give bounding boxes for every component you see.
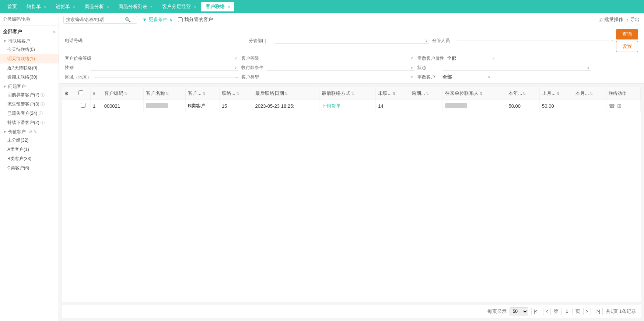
call-icon[interactable]: ☎ <box>609 103 615 109</box>
export-label: 导出 <box>630 16 640 23</box>
payment-arrow-icon: ∨ <box>410 66 413 70</box>
close-product-list-icon[interactable]: × <box>150 4 153 9</box>
col-code: 客户编码 ⇅ <box>102 87 144 100</box>
nav-customer-contact[interactable]: 客户联络 × <box>201 2 234 11</box>
nav-product-analysis[interactable]: 商品分析 × <box>80 2 113 11</box>
sidebar-item-7days[interactable]: 近7天待联络(0) <box>0 63 59 73</box>
more-filter-btn[interactable]: ▼ 更多条件 ∧ <box>140 15 175 24</box>
close-contact-icon[interactable]: × <box>228 4 230 9</box>
sidebar-item-lost-warning[interactable]: 流失预警客户(3) ⓘ <box>0 100 59 109</box>
nav-product-analysis-list[interactable]: 商品分析列表 × <box>114 2 157 11</box>
col-last-date-sort[interactable]: 最后联络日期 ⇅ <box>255 90 288 97</box>
sort-thismonth-icon: ⇅ <box>590 92 593 96</box>
sidebar-item-overdue[interactable]: 逾期未联络(30) <box>0 73 59 82</box>
sidebar-collapse-icon[interactable]: « <box>53 29 56 34</box>
sidebar-item-declining[interactable]: 持续下滑客户(2) ⓘ <box>0 118 59 127</box>
my-customers-checkbox[interactable] <box>178 17 183 22</box>
export-btn[interactable]: ↑ 导出 <box>626 16 640 23</box>
main-search-input[interactable] <box>66 17 125 22</box>
nav-customer-segment[interactable]: 客户分层经营 × <box>158 2 200 11</box>
col-contact-person: 往来单位联系人 ⇅ <box>442 87 506 100</box>
select-all-checkbox[interactable] <box>78 90 83 95</box>
filter-gender-select[interactable]: ∨ <box>90 65 238 71</box>
filter-customer-level-label: 客户等级 <box>241 55 263 62</box>
cell-index: 1 <box>91 100 102 112</box>
filter-customer-type-select[interactable]: ∨ <box>266 74 415 80</box>
filter-customer-level-select[interactable]: ∨ <box>266 55 415 61</box>
first-page-btn[interactable]: |< <box>531 308 540 315</box>
col-last-contact-way: 最后联络方式 ⇅ <box>319 87 376 100</box>
page-size-select[interactable]: 50 100 200 <box>510 307 528 315</box>
filter-phone-input[interactable] <box>90 37 246 44</box>
sidebar-item-tomorrow[interactable]: 明天待联络(1) <box>0 54 59 63</box>
my-customers-checkbox-container[interactable]: 我分管的客户 <box>178 16 213 23</box>
sidebar-item-today[interactable]: 今天待联络(0) <box>0 45 59 54</box>
close-segment-icon[interactable]: × <box>194 4 196 9</box>
sidebar-item-class-a[interactable]: A类客户(1) <box>0 145 59 154</box>
filter-gender-label: 性别 <box>65 65 87 71</box>
nav-purchase[interactable]: 进货单 × <box>51 2 80 11</box>
last-page-btn[interactable]: >| <box>594 308 603 315</box>
col-overdue-sort[interactable]: 逾期... ⇅ <box>412 90 429 97</box>
main-search-icon[interactable]: 🔍 <box>125 17 131 23</box>
last-way-link[interactable]: 下销货单 <box>322 103 341 108</box>
sidebar-item-class-b[interactable]: B类客户(33) <box>0 154 59 163</box>
col-last-way-sort[interactable]: 最后联络方式 ⇅ <box>322 90 354 97</box>
col-contact-person-sort[interactable]: 往来单位联系人 ⇅ <box>445 90 482 97</box>
sidebar-item-repurchase-abnormal[interactable]: 回购异常客户(2) ⓘ <box>0 90 59 100</box>
filter-manager-ellipsis[interactable]: ··· <box>609 38 613 43</box>
retail-attr-arrow-icon: ∨ <box>492 56 495 60</box>
filter-dept-select[interactable]: ∨ <box>274 38 430 44</box>
table-header-row: ⚙ # 客户编码 ⇅ 客户名称 ⇅ 客户... ⇅ 联络... ⇅ 最后联络日期… <box>62 87 641 100</box>
filter-dept: 分管部门 ∨ <box>249 38 430 44</box>
col-this-month-sort[interactable]: 本月... ⇅ <box>575 90 593 97</box>
col-last-month-sort[interactable]: 上月... ⇅ <box>542 90 559 97</box>
filter-phone: 电话号码 <box>65 37 246 44</box>
gender-arrow-icon: ∨ <box>234 66 237 70</box>
filter-retail-attr-label: 零散客户属性 <box>417 55 444 62</box>
row-checkbox[interactable] <box>81 103 85 108</box>
filter-row-4: 区域（地区） ··· 客户类型 ∨ 零散客户 全部 ∨ <box>65 74 638 80</box>
refresh-icon[interactable]: ↺ <box>29 130 32 134</box>
filter-price-level-label: 客户价格等级 <box>65 55 91 62</box>
prev-page-btn[interactable]: < <box>543 308 551 315</box>
sidebar-search-input[interactable] <box>3 17 58 22</box>
sidebar-group-problem[interactable]: 问题客户 <box>0 82 59 90</box>
filter-region-ellipsis[interactable]: ··· <box>235 75 238 80</box>
sidebar-item-ungroup[interactable]: 未分组(32) <box>0 136 59 145</box>
filter-payment-select[interactable]: ∨ <box>266 65 415 71</box>
filter-status-select[interactable]: ∨ <box>442 65 591 71</box>
filter-price-level-select[interactable]: ∨ <box>94 55 238 61</box>
col-code-sort[interactable]: 客户编码 ⇅ <box>104 90 127 97</box>
sidebar-item-lost[interactable]: 已流失客户(24) ⓘ <box>0 109 59 118</box>
page-number-input[interactable] <box>561 308 573 315</box>
main-search-box: 🔍 <box>63 16 137 24</box>
grid-icon[interactable]: ⊞ <box>617 103 622 109</box>
col-type-sort[interactable]: 客户... ⇅ <box>188 90 205 97</box>
sidebar-group-pending[interactable]: 待联络客户 <box>0 37 59 45</box>
edit-icon[interactable]: ✎ <box>34 130 37 134</box>
col-not-contacted-sort[interactable]: 未联... ⇅ <box>378 90 395 97</box>
batch-ops-btn[interactable]: ☑ 批量操作 <box>598 16 623 23</box>
col-name: 客户名称 ⇅ <box>144 87 186 100</box>
col-name-sort[interactable]: 客户名称 ⇅ <box>146 90 169 97</box>
col-contact-sort[interactable]: 联络... ⇅ <box>222 90 239 97</box>
nav-sales[interactable]: 销售单 × <box>22 2 50 11</box>
query-btn[interactable]: 查询 <box>616 29 638 39</box>
close-product-analysis-icon[interactable]: × <box>107 4 109 9</box>
filter-retail-attr-select[interactable]: ∨ <box>459 55 496 61</box>
all-customers-header[interactable]: 全部客户 « <box>0 25 59 37</box>
total-records-label: 共1页 1条记录 <box>606 308 636 315</box>
close-sales-icon[interactable]: × <box>44 4 46 9</box>
next-page-btn[interactable]: > <box>583 308 591 315</box>
col-this-year-sort[interactable]: 本年... ⇅ <box>508 90 526 97</box>
close-purchase-icon[interactable]: × <box>73 4 75 9</box>
reset-btn[interactable]: 设置 <box>616 41 638 52</box>
filter-retail-customer-select[interactable]: ∨ <box>455 74 492 80</box>
sort-lastmonth-icon: ⇅ <box>556 92 559 96</box>
sidebar-group-value[interactable]: 价值客户 ↺ ✎ <box>0 127 59 136</box>
col-action: 联络动作 <box>606 87 641 100</box>
settings-icon[interactable]: ⚙ <box>64 91 69 96</box>
sidebar-item-class-c[interactable]: C类客户(6) <box>0 163 59 173</box>
nav-home[interactable]: 首页 <box>3 2 21 11</box>
